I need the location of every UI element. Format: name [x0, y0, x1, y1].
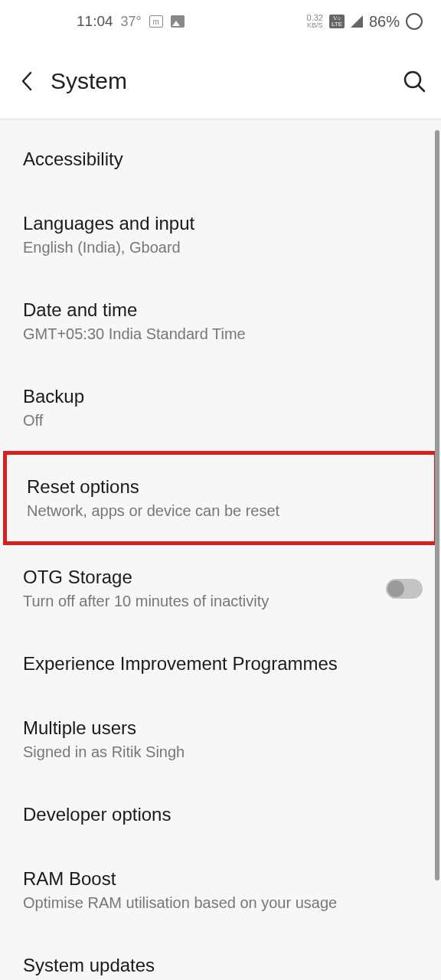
setting-title: Developer options: [23, 804, 418, 825]
setting-experience-improvement[interactable]: Experience Improvement Programmes: [0, 632, 441, 696]
setting-multiple-users[interactable]: Multiple users Signed in as Ritik Singh: [0, 696, 441, 782]
status-time: 11:04: [77, 13, 113, 30]
setting-title: Reset options: [27, 476, 411, 498]
setting-otg-storage[interactable]: OTG Storage Turn off after 10 minutes of…: [0, 545, 441, 632]
setting-subtitle: English (India), Gboard: [23, 239, 418, 256]
setting-title: Multiple users: [23, 717, 418, 739]
setting-subtitle: Signed in as Ritik Singh: [23, 743, 418, 761]
setting-title: Experience Improvement Programmes: [23, 653, 418, 675]
setting-date-time[interactable]: Date and time GMT+05:30 India Standard T…: [0, 278, 441, 364]
highlight-annotation: Reset options Network, apps or device ca…: [3, 451, 438, 545]
setting-system-updates[interactable]: System updates: [0, 933, 441, 980]
setting-title: Languages and input: [23, 213, 418, 234]
setting-languages-input[interactable]: Languages and input English (India), Gbo…: [0, 191, 441, 278]
page-title: System: [51, 68, 403, 94]
status-left: 11:04 37° m: [77, 13, 185, 30]
setting-subtitle: Off: [23, 412, 418, 430]
battery-icon: [406, 13, 423, 30]
back-button[interactable]: [15, 70, 38, 93]
search-button[interactable]: [403, 70, 426, 93]
search-icon: [403, 70, 426, 93]
header: System: [0, 43, 441, 119]
setting-title: Date and time: [23, 299, 418, 321]
setting-developer-options[interactable]: Developer options: [0, 782, 441, 847]
setting-title: Accessibility: [23, 149, 418, 170]
image-icon: [171, 15, 185, 28]
setting-subtitle: Optimise RAM utilisation based on your u…: [23, 894, 418, 912]
settings-list: Accessibility Languages and input Englis…: [0, 127, 441, 980]
setting-reset-options[interactable]: Reset options Network, apps or device ca…: [7, 455, 434, 541]
setting-subtitle: Network, apps or device can be reset: [27, 502, 411, 520]
scrollbar[interactable]: [435, 130, 439, 880]
setting-accessibility[interactable]: Accessibility: [0, 127, 441, 191]
status-bar: 11:04 37° m 0.32 KB/S Vo LTE 4G 86%: [0, 0, 441, 43]
setting-title: OTG Storage: [23, 567, 418, 588]
setting-title: Backup: [23, 386, 418, 407]
setting-ram-boost[interactable]: RAM Boost Optimise RAM utilisation based…: [0, 847, 441, 933]
m-icon: m: [149, 15, 163, 28]
svg-line-1: [419, 86, 424, 91]
setting-subtitle: Turn off after 10 minutes of inactivity: [23, 593, 418, 610]
data-speed: 0.32 KB/S: [307, 14, 323, 29]
status-right: 0.32 KB/S Vo LTE 4G 86%: [307, 13, 423, 31]
battery-percent: 86%: [369, 13, 400, 31]
toggle-knob: [387, 580, 404, 597]
svg-point-0: [405, 72, 420, 87]
signal-icon: 4G: [351, 15, 363, 28]
status-temp: 37°: [121, 14, 142, 30]
toggle-track: [386, 579, 423, 599]
chevron-left-icon: [21, 71, 33, 91]
setting-backup[interactable]: Backup Off: [0, 364, 441, 451]
setting-title: System updates: [23, 955, 418, 976]
setting-title: RAM Boost: [23, 868, 418, 890]
otg-toggle[interactable]: [386, 579, 423, 599]
setting-subtitle: GMT+05:30 India Standard Time: [23, 325, 418, 343]
